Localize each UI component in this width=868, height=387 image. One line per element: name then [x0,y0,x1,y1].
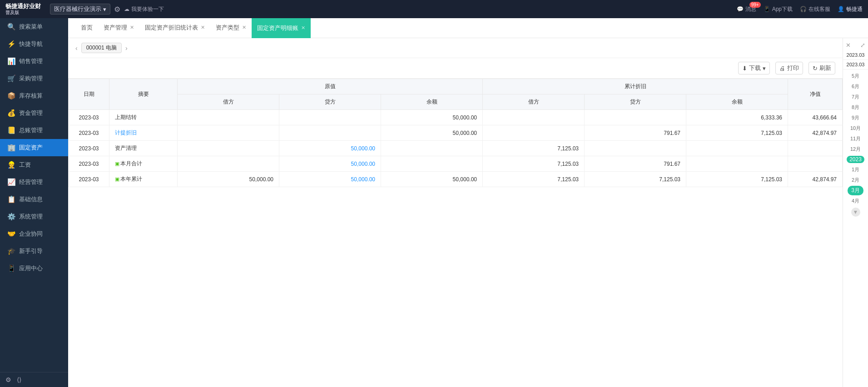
print-button[interactable]: 🖨 打印 [775,62,803,74]
sidebar-item-14[interactable]: 📱应用中心 [0,260,68,277]
nav-icon-4: 📦 [7,92,15,100]
timeline-month[interactable]: 12月 [850,144,861,154]
col-original-group: 原值 [178,79,483,94]
cell-orig-credit[interactable]: 50,000.00 [279,172,381,187]
timeline-month-4月[interactable]: 4月 [852,196,859,206]
sidebar-item-0[interactable]: 🔍搜索菜单 [0,18,68,35]
asset-code-badge[interactable]: 000001 电脑 [81,43,122,53]
summary-link[interactable]: 计提折旧 [115,129,137,136]
sidebar-item-11[interactable]: ⚙️系统管理 [0,208,68,225]
customer-service-button[interactable]: 🎧 在线客服 [800,5,830,13]
sidebar-item-5[interactable]: 💰资金管理 [0,104,68,122]
expand-right-panel-icon[interactable]: ⤢ [860,42,865,49]
tab-close-3[interactable]: ✕ [242,25,246,30]
company-selector[interactable]: 医疗器械行业演示 ▾ [50,4,110,15]
timeline-month[interactable]: 5月 [852,71,859,81]
app-logo: 畅捷通好业财 普及版 [5,3,41,15]
tab-close-2[interactable]: ✕ [201,25,205,30]
timeline-month[interactable]: 6月 [852,82,859,91]
sidebar-item-13[interactable]: 🎓新手引导 [0,243,68,260]
nav-icon-3: 🛒 [7,74,15,83]
cell-acc-debit: 7,125.03 [483,172,585,187]
timeline-month-1月[interactable]: 1月 [852,165,859,174]
message-icon: 💬 [737,6,744,12]
nav-icon-10: 📋 [7,195,15,203]
timeline-month[interactable]: 8月 [852,103,859,112]
sidebar-item-2[interactable]: 📊销售管理 [0,53,68,70]
sidebar-item-4[interactable]: 📦库存核算 [0,87,68,104]
experience-button[interactable]: ☁ 我要体验一下 [124,5,164,13]
tab-0[interactable]: 首页 [75,18,98,38]
sidebar-item-9[interactable]: 📈经营管理 [0,174,68,191]
sidebar-item-3[interactable]: 🛒采购管理 [0,70,68,87]
main-content: ‹ 000001 电脑 › ⬇ 下载 ▾ 🖨 打印 [68,38,843,387]
cell-orig-balance: 50,000.00 [381,110,483,125]
cell-orig-credit[interactable]: 50,000.00 [279,141,381,156]
data-table-container: 日期 摘要 原值 累计折旧 净值 借方 贷方 余额 借方 [68,79,843,387]
cell-orig-credit[interactable]: 50,000.00 [279,156,381,172]
timeline-month[interactable]: 11月 [850,134,861,144]
table-row: 2023-03 计提折旧 50,000.00 791.67 7,125.03 4… [69,125,843,141]
settings-icon[interactable]: ⚙ [114,5,120,14]
cell-summary: 上期结转 [109,110,178,125]
nav-icon-1: ⚡ [7,40,15,48]
sidebar-item-12[interactable]: 🤝企业协同 [0,225,68,243]
right-panel-header: ✕ ⤢ [843,40,868,50]
nav-icon-0: 🔍 [7,23,15,31]
settings-bottom-icon[interactable]: ⚙ [5,376,11,383]
cell-acc-credit: 7,125.03 [585,172,686,187]
sidebar-item-1[interactable]: ⚡快捷导航 [0,35,68,53]
cell-orig-debit: 50,000.00 [178,172,279,187]
asset-nav: ‹ 000001 电脑 › [68,38,843,58]
timeline-month[interactable]: 7月 [852,92,859,102]
special-icon: ▣ [115,176,119,182]
cell-orig-balance: 50,000.00 [381,125,483,141]
cell-net-value: 43,666.64 [788,110,843,125]
close-right-panel-icon[interactable]: ✕ [846,42,851,49]
avatar: 👤 [838,6,844,12]
tab-2[interactable]: 固定资产折旧统计表✕ [139,18,210,38]
download-app-button[interactable]: 📱 App下载 [764,5,793,13]
cloud-icon: ☁ [124,6,129,12]
nav-icon-8: 👷 [7,161,15,169]
tab-close-1[interactable]: ✕ [130,25,134,30]
cell-date: 2023-03 [69,141,109,156]
col-net-value: 净值 [788,79,843,110]
timeline-month-2月[interactable]: 2月 [852,175,859,185]
sidebar-item-6[interactable]: 📒总账管理 [0,122,68,139]
year-badge: 2023 [847,156,864,163]
timeline-month[interactable]: 10月 [850,124,861,133]
fixed-assets-table: 日期 摘要 原值 累计折旧 净值 借方 贷方 余额 借方 [68,79,843,187]
download-button[interactable]: ⬇ 下载 ▾ [738,62,770,74]
download-icon: 📱 [764,6,770,12]
sidebar-item-7[interactable]: 🏢固定资产 [0,139,68,156]
collapse-icon[interactable]: ⟨⟩ [17,376,21,383]
cell-orig-balance [381,141,483,156]
dropdown-arrow-icon: ▾ [763,65,766,72]
col-acc-credit: 贷方 [585,94,686,110]
tab-4[interactable]: 固定资产明细账✕ [252,18,311,38]
user-menu[interactable]: 👤 畅捷通 [838,5,863,13]
cell-acc-balance: 7,125.03 [686,172,788,187]
timeline-year-2023[interactable]: 2023 [843,155,868,164]
cell-date: 2023-03 [69,172,109,187]
sidebar-item-10[interactable]: 📋基础信息 [0,191,68,208]
next-asset-button[interactable]: › [125,45,128,52]
topbar-right: 💬 消息 99+ 📱 App下载 🎧 在线客服 👤 畅捷通 [737,5,863,13]
timeline-nav-down[interactable]: ▼ [850,207,861,218]
cell-acc-debit [483,125,585,141]
content-area: 首页资产管理✕固定资产折旧统计表✕资产类型✕固定资产明细账✕ ‹ 000001 … [68,18,868,387]
nav-icon-7: 🏢 [7,144,15,152]
refresh-button[interactable]: ↻ 刷新 [808,62,835,74]
messages-button[interactable]: 💬 消息 99+ [737,5,756,13]
tab-close-4[interactable]: ✕ [301,25,305,31]
table-row: 2023-03 上期结转 50,000.00 6,333.36 43,666.6… [69,110,843,125]
prev-asset-button[interactable]: ‹ [75,45,78,52]
timeline-month[interactable]: 9月 [852,113,859,123]
timeline-month-3月[interactable]: 3月 [848,186,863,195]
cell-orig-credit [279,125,381,141]
tab-3[interactable]: 资产类型✕ [210,18,252,38]
table-row: 2023-03 ▣本月合计 50,000.00 7,125.03 791.67 [69,156,843,172]
sidebar-item-8[interactable]: 👷工资 [0,156,68,174]
tab-1[interactable]: 资产管理✕ [98,18,139,38]
